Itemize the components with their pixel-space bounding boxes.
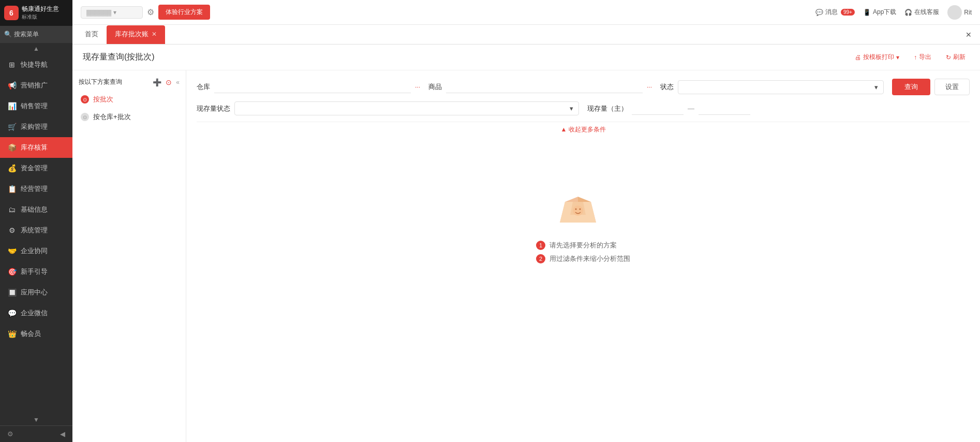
- sidebar-item-ops[interactable]: 📋 经营管理: [0, 179, 72, 199]
- app-download-item[interactable]: 📱 App下载: [863, 8, 896, 17]
- sidebar-item-system[interactable]: ⚙ 系统管理: [0, 220, 72, 241]
- sidebar-item-label: 库存核算: [21, 143, 48, 152]
- print-chevron-icon: ▾: [896, 54, 899, 61]
- app-download-label: App下载: [873, 8, 896, 17]
- app-version: 标准版: [22, 13, 59, 21]
- refresh-icon: ↻: [946, 54, 951, 61]
- sidebar-collapse-icon[interactable]: ◀: [60, 430, 65, 438]
- refresh-btn[interactable]: ↻ 刷新: [942, 51, 970, 64]
- sidebar-item-label: 基础信息: [21, 205, 48, 214]
- svg-marker-2: [578, 197, 591, 202]
- empty-steps: 1 请先选择要分析的方案 2 用过滤条件来缩小分析范围: [536, 241, 630, 268]
- online-service-label: 在线客服: [914, 8, 939, 17]
- tab-home[interactable]: 首页: [77, 25, 107, 44]
- sidebar-scroll-down[interactable]: ▼: [0, 414, 72, 425]
- filter-row-2: 现存量状态 ▾ 现存量（主） —: [197, 101, 970, 115]
- query-btn[interactable]: 查询: [892, 79, 930, 95]
- panel-header-actions: ➕ ⊙ «: [153, 78, 180, 86]
- apps-icon: 🔲: [7, 288, 17, 297]
- sidebar-item-finance[interactable]: 💰 资金管理: [0, 158, 72, 179]
- status-label: 状态: [660, 82, 674, 92]
- sidebar-item-guide[interactable]: 🎯 新手引导: [0, 261, 72, 282]
- messages-item[interactable]: 💬 消息 99+: [815, 8, 855, 17]
- sidebar-item-label: 新手引导: [21, 267, 48, 276]
- headset-icon: 🎧: [904, 9, 912, 16]
- filter-row-1: 仓库 ··· 商品 ··· 状态: [197, 79, 970, 95]
- inventory-icon: 📦: [7, 143, 17, 152]
- tab-close-icon[interactable]: ✕: [152, 31, 157, 38]
- sidebar-item-purchase[interactable]: 🛒 采购管理: [0, 116, 72, 137]
- marketing-icon: 📢: [7, 81, 17, 90]
- finance-icon: 💰: [7, 164, 17, 173]
- plan-item-by-warehouse-batch[interactable]: ⊙ 按仓库+批次: [72, 108, 186, 126]
- export-btn-label: 导出: [919, 53, 931, 62]
- app-download-icon: 📱: [863, 9, 871, 16]
- inventory-qty-to[interactable]: [699, 102, 750, 115]
- product-more[interactable]: ···: [647, 83, 652, 91]
- sidebar-item-member[interactable]: 👑 畅会员: [0, 323, 72, 344]
- inventory-qty-label: 现存量（主）: [587, 104, 628, 113]
- plan-item-by-batch[interactable]: ⊙ 按批次: [72, 91, 186, 108]
- topbar-settings-icon[interactable]: ⚙: [147, 7, 154, 17]
- settings-btn[interactable]: 设置: [934, 79, 970, 95]
- inventory-status-select[interactable]: ▾: [234, 101, 579, 115]
- export-btn[interactable]: ↑ 导出: [910, 51, 936, 64]
- sidebar-item-quick-nav[interactable]: ⊞ 快捷导航: [0, 54, 72, 75]
- topbar-right: 💬 消息 99+ 📱 App下载 🎧 在线客服 Rit: [815, 5, 972, 20]
- sidebar-scroll-up[interactable]: ▲: [0, 43, 72, 54]
- user-avatar-item[interactable]: Rit: [947, 5, 972, 20]
- sidebar-item-label: 企业微信: [21, 308, 48, 318]
- tab-inventory-batch-label: 库存批次账: [115, 30, 149, 39]
- tab-bar: 首页 库存批次账 ✕ ✕: [72, 25, 980, 45]
- topbar-chevron-icon: ▾: [113, 9, 116, 16]
- sidebar-item-label: 企业协同: [21, 246, 48, 256]
- sidebar-item-marketing[interactable]: 📢 营销推广: [0, 75, 72, 96]
- page-header: 现存量查询(按批次) 🖨 按模板打印 ▾ ↑ 导出 ↻ 刷新: [72, 45, 980, 70]
- tab-close-main-icon[interactable]: ✕: [961, 28, 976, 41]
- add-plan-icon[interactable]: ➕: [153, 78, 161, 86]
- status-select[interactable]: ▾: [678, 80, 884, 94]
- sidebar-item-wechat[interactable]: 💬 企业微信: [0, 303, 72, 323]
- trial-btn[interactable]: 体验行业方案: [158, 5, 210, 20]
- filter-inventory-status: 现存量状态 ▾: [197, 101, 579, 115]
- online-service-item[interactable]: 🎧 在线客服: [904, 8, 939, 17]
- tab-inventory-batch[interactable]: 库存批次账 ✕: [107, 25, 165, 44]
- inventory-qty-from[interactable]: [632, 102, 684, 115]
- sidebar-item-basics[interactable]: 🗂 基础信息: [0, 199, 72, 220]
- content: 现存量查询(按批次) 🖨 按模板打印 ▾ ↑ 导出 ↻ 刷新: [72, 45, 980, 442]
- left-panel: 按以下方案查询 ➕ ⊙ « ⊙ 按批次 ⊙ 按仓库+批次: [72, 70, 186, 442]
- sidebar: 6 畅康通好生意 标准版 🔍 搜索菜单 ▲ ⊞ 快捷导航 📢 营销推广 📊 销售…: [0, 0, 72, 442]
- svg-marker-1: [565, 197, 578, 202]
- sidebar-item-collab[interactable]: 🤝 企业协同: [0, 241, 72, 261]
- svg-point-5: [573, 205, 583, 216]
- panel-collapse-icon[interactable]: «: [176, 79, 180, 86]
- collapse-bar[interactable]: ▲ 收起更多条件: [197, 122, 970, 137]
- collapse-label: 收起更多条件: [569, 126, 606, 133]
- wechat-icon: 💬: [7, 308, 17, 318]
- refresh-btn-label: 刷新: [953, 53, 966, 62]
- warehouse-more[interactable]: ···: [415, 83, 420, 91]
- avatar: [947, 5, 962, 20]
- filter-area: 仓库 ··· 商品 ··· 状态: [197, 79, 970, 137]
- sidebar-settings-icon[interactable]: ⚙: [7, 430, 13, 438]
- plan-settings-icon[interactable]: ⊙: [166, 78, 172, 86]
- status-chevron-icon: ▾: [874, 83, 878, 91]
- step-num-2: 2: [536, 254, 545, 263]
- plan-dot-inactive: ⊙: [81, 113, 89, 121]
- product-input[interactable]: [446, 81, 643, 93]
- sidebar-item-sales[interactable]: 📊 销售管理: [0, 96, 72, 116]
- sidebar-item-inventory[interactable]: 📦 库存核算: [0, 137, 72, 158]
- topbar-search-box[interactable]: ▓▓▓▓▓▓ ▾: [81, 6, 143, 19]
- svg-point-6: [575, 209, 577, 210]
- print-btn[interactable]: 🖨 按模板打印 ▾: [851, 51, 903, 64]
- basics-icon: 🗂: [7, 205, 17, 214]
- search-menu[interactable]: 🔍 搜索菜单: [0, 26, 72, 43]
- sidebar-item-apps[interactable]: 🔲 应用中心: [0, 282, 72, 303]
- panel-title: 按以下方案查询: [79, 78, 122, 86]
- step-1-text: 请先选择要分析的方案: [550, 241, 617, 250]
- filter-warehouse: 仓库 ···: [197, 81, 420, 93]
- search-menu-label: 搜索菜单: [14, 30, 39, 39]
- warehouse-input[interactable]: [214, 81, 411, 93]
- messages-label: 消息: [825, 8, 838, 17]
- sidebar-item-label: 畅会员: [21, 329, 41, 338]
